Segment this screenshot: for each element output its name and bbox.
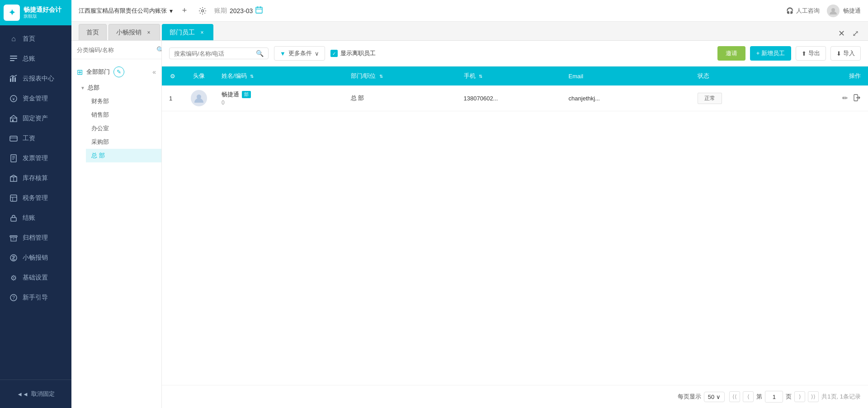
invite-button[interactable]: 邀请 bbox=[717, 46, 745, 61]
page-first-button[interactable]: ⟨⟨ bbox=[729, 391, 740, 402]
more-filter-button[interactable]: ▼ 更多条件 ∨ bbox=[274, 46, 325, 61]
dept-edit-button[interactable]: ✎ bbox=[113, 66, 124, 77]
company-selector[interactable]: 江西服宝精品有限责任公司内账张 ▾ bbox=[79, 7, 173, 15]
add-account-button[interactable]: + bbox=[178, 5, 191, 17]
page-input[interactable] bbox=[765, 391, 783, 403]
sidebar-item-label: 资金管理 bbox=[23, 95, 48, 103]
import-icon: ⬇ bbox=[836, 50, 841, 57]
add-employee-button[interactable]: + 新增员工 bbox=[750, 46, 791, 61]
tab-expand-button[interactable]: ⤢ bbox=[850, 27, 861, 40]
employee-search-input[interactable] bbox=[174, 50, 253, 57]
show-resigned-checkbox[interactable] bbox=[330, 50, 338, 57]
sidebar-item-settings[interactable]: ⚙ 基础设置 bbox=[0, 268, 71, 288]
sidebar-logo[interactable]: ✦ 畅捷通好会计 旗舰版 bbox=[0, 0, 71, 25]
table-row: 1 畅捷通 bbox=[162, 85, 868, 111]
sidebar-item-reports[interactable]: 云报表中心 bbox=[0, 69, 71, 89]
sidebar-item-ledger[interactable]: 总账 bbox=[0, 49, 71, 69]
dept-search-input[interactable] bbox=[77, 47, 153, 53]
tab-department[interactable]: 部门员工 × bbox=[162, 24, 213, 40]
filter-chevron-icon: ∨ bbox=[315, 50, 319, 57]
main-content: 江西服宝精品有限责任公司内账张 ▾ + 账期 2023-03 🎧 人工咨询 畅捷… bbox=[71, 0, 868, 408]
tab-home-label: 首页 bbox=[86, 28, 99, 37]
dept-child-office[interactable]: 办公室 bbox=[86, 122, 161, 135]
row-action-btns: ✏ bbox=[794, 94, 861, 103]
pagination: 每页显示 50 ∨ ⟨⟨ ⟨ 第 页 ⟩ ⟩⟩ 共1页, 1条记录 bbox=[162, 385, 868, 408]
edit-button[interactable]: ✏ bbox=[842, 94, 848, 102]
calendar-icon[interactable] bbox=[255, 6, 263, 15]
export-label: 导出 bbox=[808, 49, 820, 57]
sidebar-item-closing[interactable]: 结账 bbox=[0, 208, 71, 228]
assets-icon bbox=[9, 114, 18, 123]
app-sub: 旗舰版 bbox=[24, 13, 61, 19]
show-resigned-toggle[interactable]: 显示离职员工 bbox=[330, 49, 376, 57]
sidebar-item-archive[interactable]: 归档管理 bbox=[0, 228, 71, 248]
tab-expense-close[interactable]: × bbox=[145, 29, 152, 36]
dept-parent-item[interactable]: ▼ 总部 bbox=[75, 81, 161, 95]
svg-rect-29 bbox=[256, 7, 262, 13]
page-label-before: 第 bbox=[756, 393, 762, 401]
top-header: 江西服宝精品有限责任公司内账张 ▾ + 账期 2023-03 🎧 人工咨询 畅捷… bbox=[71, 0, 868, 22]
sidebar-item-tax[interactable]: 税务管理 bbox=[0, 188, 71, 208]
th-dept[interactable]: 部门/职位 ⇅ bbox=[344, 66, 457, 85]
row-status: 正常 bbox=[690, 85, 787, 111]
header-settings-button[interactable] bbox=[196, 5, 209, 17]
dept-child-procurement[interactable]: 采购部 bbox=[86, 135, 161, 149]
svg-rect-0 bbox=[10, 56, 17, 57]
sidebar-item-expense[interactable]: 小畅报销 bbox=[0, 248, 71, 268]
user-name: 畅捷通 bbox=[843, 7, 861, 15]
tab-department-close[interactable]: × bbox=[198, 29, 206, 36]
page-size-chevron-icon: ∨ bbox=[716, 394, 721, 400]
row-name: 畅捷通 部 0 bbox=[214, 85, 344, 111]
row-email: chanjethkj... bbox=[561, 85, 691, 111]
sidebar-item-home[interactable]: ⌂ 首页 bbox=[0, 29, 71, 49]
svg-rect-2 bbox=[10, 60, 14, 61]
sidebar-item-label: 归档管理 bbox=[23, 234, 48, 242]
support-button[interactable]: 🎧 人工咨询 bbox=[786, 7, 820, 15]
tab-expense[interactable]: 小畅报销 × bbox=[108, 24, 160, 40]
tab-home[interactable]: 首页 bbox=[79, 24, 107, 40]
archive-icon bbox=[9, 233, 18, 242]
sidebar-item-assets[interactable]: 固定资产 bbox=[0, 109, 71, 128]
dept-child-headquarters[interactable]: 总 部 bbox=[86, 149, 161, 162]
funds-icon: ¥ bbox=[9, 94, 18, 103]
sidebar-item-label: 首页 bbox=[23, 35, 35, 43]
logout-button[interactable] bbox=[854, 94, 861, 103]
company-dropdown-icon: ▾ bbox=[170, 7, 173, 14]
th-phone[interactable]: 手机 ⇅ bbox=[457, 66, 561, 85]
dept-all-button[interactable]: ⊞ 全部部门 ✎ « bbox=[71, 63, 161, 81]
page-next-button[interactable]: ⟩ bbox=[794, 391, 805, 402]
row-index: 1 bbox=[162, 85, 184, 111]
sidebar-item-guide[interactable]: ? 新手引导 bbox=[0, 288, 71, 308]
export-button[interactable]: ⬆ 导出 bbox=[796, 46, 826, 61]
svg-text:?: ? bbox=[12, 295, 15, 300]
sidebar-item-funds[interactable]: ¥ 资金管理 bbox=[0, 89, 71, 109]
sidebar-footer: ◄◄ 取消固定 bbox=[0, 380, 71, 408]
import-button[interactable]: ⬇ 导入 bbox=[830, 46, 861, 61]
dept-collapse-button[interactable]: « bbox=[152, 68, 156, 76]
sidebar-item-invoice[interactable]: 发票管理 bbox=[0, 148, 71, 168]
page-prev-button[interactable]: ⟨ bbox=[743, 391, 754, 402]
dept-child-sales[interactable]: 销售部 bbox=[86, 108, 161, 122]
period-label: 账期 bbox=[214, 7, 227, 15]
closing-icon bbox=[9, 213, 18, 223]
page-last-button[interactable]: ⟩⟩ bbox=[808, 391, 819, 402]
sidebar-item-label: 税务管理 bbox=[23, 194, 48, 202]
sidebar-item-label: 云报表中心 bbox=[23, 75, 54, 83]
cancel-pin-button[interactable]: ◄◄ 取消固定 bbox=[0, 385, 71, 403]
sidebar-item-salary[interactable]: 工资 bbox=[0, 128, 71, 148]
filter-label: 更多条件 bbox=[288, 49, 312, 57]
dept-search-icon[interactable]: 🔍 bbox=[156, 46, 162, 53]
sidebar-item-label: 工资 bbox=[23, 134, 35, 142]
salary-icon bbox=[9, 134, 18, 143]
th-settings[interactable]: ⚙ bbox=[162, 66, 184, 85]
employee-search-box: 🔍 bbox=[169, 47, 269, 59]
user-menu[interactable]: 畅捷通 bbox=[827, 5, 861, 17]
page-nav: ⟨⟨ ⟨ 第 页 ⟩ ⟩⟩ 共1页, 1条记录 bbox=[729, 391, 861, 403]
sidebar-item-inventory[interactable]: 库存核算 bbox=[0, 168, 71, 188]
th-name[interactable]: 姓名/编码 ⇅ bbox=[214, 66, 344, 85]
row-phone: 138070602... bbox=[457, 85, 561, 111]
tab-close-all-button[interactable]: ✕ bbox=[836, 27, 847, 40]
dept-child-finance[interactable]: 财务部 bbox=[86, 95, 161, 108]
employee-search-icon[interactable]: 🔍 bbox=[256, 50, 264, 57]
page-size-dropdown[interactable]: 50 ∨ bbox=[704, 392, 725, 402]
